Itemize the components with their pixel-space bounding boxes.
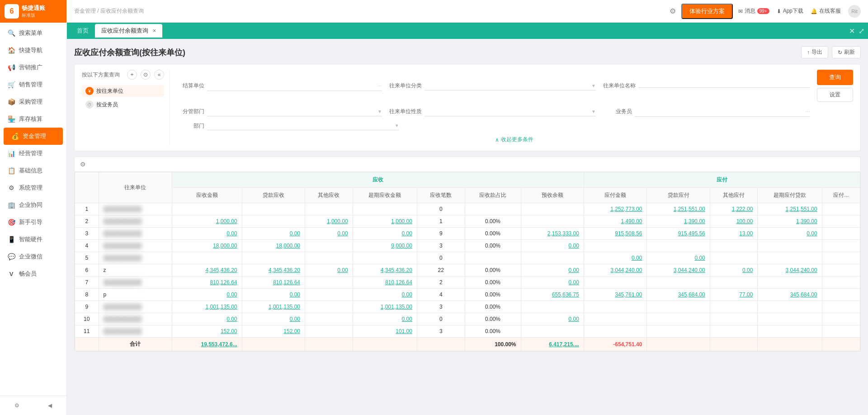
row-ar-advance[interactable]: 0.00 [521, 313, 584, 325]
add-scheme-icon[interactable]: + [127, 70, 137, 80]
online-service-action[interactable]: 🔔 在线客服 [811, 7, 841, 15]
sidebar-item-finance[interactable]: 💰 资金管理 [4, 128, 63, 145]
row-ar-overdue[interactable]: 0.00 [353, 228, 417, 240]
sidebar-item-basic-info[interactable]: 📋 基础信息 [0, 162, 66, 179]
row-ar-loan[interactable]: 4,345,436.20 [242, 264, 305, 277]
promo-button[interactable]: 体验行业方案 [681, 4, 733, 19]
row-ar-ratio[interactable]: 0.00% [465, 240, 521, 252]
row-ar-advance[interactable]: 0.00 [521, 264, 584, 277]
sidebar-item-wechat[interactable]: 💬 企业微信 [0, 248, 66, 265]
tab-ar-ap-query[interactable]: 应收应付余额查询 × [95, 24, 162, 38]
row-ar-overdue[interactable]: 810,126.64 [353, 277, 417, 289]
row-ar-amount[interactable]: 1,000.00 [172, 215, 242, 228]
row-ap-amount[interactable]: 3,044,240.00 [584, 264, 646, 277]
row-ap-overdue[interactable]: 0.00 [758, 228, 822, 240]
row-ap-other[interactable]: 13.00 [710, 228, 758, 240]
row-ar-other[interactable]: 0.00 [305, 228, 353, 240]
refresh-button[interactable]: ↻ 刷新 [832, 46, 861, 58]
row-ar-other[interactable]: 0.00 [305, 264, 353, 277]
row-ar-overdue[interactable]: 4,345,436.20 [353, 264, 417, 277]
row-ap-overdue[interactable]: 1,251,551.00 [758, 203, 822, 215]
row-ar-count[interactable]: 4 [417, 289, 465, 301]
row-ar-ratio[interactable]: 0.00% [465, 215, 521, 228]
row-ap-loan[interactable]: 345,684.00 [647, 289, 710, 301]
sidebar-item-purchase[interactable]: 📦 采购管理 [0, 93, 66, 110]
row-ar-ratio[interactable]: 0.00% [465, 301, 521, 313]
row-ap-amount[interactable]: 345,761.00 [584, 289, 646, 301]
total-ar-amount[interactable]: 19,553,472,6... [172, 338, 242, 351]
row-ar-loan[interactable]: 0.00 [242, 289, 305, 301]
field-dept-input[interactable]: ▼ [207, 121, 399, 130]
sidebar-settings-btn[interactable]: ⚙ [9, 400, 25, 411]
setting-button[interactable]: 设置 [817, 88, 853, 102]
sidebar-item-member[interactable]: V 畅会员 [0, 265, 66, 282]
row-ar-count[interactable]: 3 [417, 240, 465, 252]
sidebar-item-quick-nav[interactable]: 🏠 快捷导航 [0, 42, 66, 59]
collapse-more-btn[interactable]: ∧ 收起更多条件 [175, 134, 853, 145]
row-ar-loan[interactable]: 152.00 [242, 325, 305, 338]
row-ar-loan[interactable]: 0.00 [242, 313, 305, 325]
row-ar-overdue[interactable]: 0.00 [353, 313, 417, 325]
total-ar-advance[interactable]: 6,417,215.... [521, 338, 584, 351]
row-ar-count[interactable]: 0 [417, 313, 465, 325]
row-ar-ratio[interactable]: 0.00% [465, 277, 521, 289]
scheme-by-salesman[interactable]: ⏱ 按业务员 [82, 99, 164, 110]
row-ar-ratio[interactable]: 0.00% [465, 313, 521, 325]
row-ar-loan[interactable]: 1,001,135.00 [242, 301, 305, 313]
row-ap-loan[interactable]: 0.00 [647, 252, 710, 264]
scheme-collapse-icon[interactable]: « [154, 70, 164, 80]
field-partner-nature-input[interactable]: ▼ [425, 107, 596, 116]
sidebar-item-sys-mgmt[interactable]: ⚙ 系统管理 [0, 179, 66, 196]
sidebar-item-enterprise[interactable]: 🏢 企业协同 [0, 196, 66, 214]
row-ar-ratio[interactable]: 0.00% [465, 325, 521, 338]
row-ar-advance[interactable]: 0.00 [521, 240, 584, 252]
row-ap-other[interactable]: 1,222.00 [710, 203, 758, 215]
row-ar-amount[interactable]: 18,000.00 [172, 240, 242, 252]
row-ap-amount[interactable]: 1,252,773.00 [584, 203, 646, 215]
settings-icon[interactable]: ⚙ [670, 7, 676, 15]
row-ap-loan[interactable]: 3,044,240.00 [647, 264, 710, 277]
sidebar-item-guide[interactable]: 🎯 新手引导 [0, 214, 66, 231]
row-ar-amount[interactable]: 810,126.64 [172, 277, 242, 289]
row-ar-amount[interactable]: 4,345,436.20 [172, 264, 242, 277]
row-ar-advance[interactable]: 655,636.75 [521, 289, 584, 301]
row-ar-overdue[interactable]: 0.00 [353, 289, 417, 301]
row-ap-amount[interactable]: 915,508.56 [584, 228, 646, 240]
row-ar-amount[interactable]: 0.00 [172, 289, 242, 301]
row-ap-amount[interactable]: 0.00 [584, 252, 646, 264]
row-ap-loan[interactable]: 1,390.00 [647, 215, 710, 228]
row-ar-overdue[interactable]: 1,000.00 [353, 215, 417, 228]
row-ar-amount[interactable]: 1,001,135.00 [172, 301, 242, 313]
scheme-settings-icon[interactable]: ⊙ [141, 70, 151, 80]
row-ar-count[interactable]: 1 [417, 215, 465, 228]
app-download-action[interactable]: ⬇ App下载 [777, 7, 803, 15]
row-ar-loan[interactable]: 0.00 [242, 228, 305, 240]
row-ar-count[interactable]: 0 [417, 203, 465, 215]
field-dept-mgmt-input[interactable]: ▼ [207, 107, 382, 116]
table-gear-icon[interactable]: ⚙ [80, 161, 86, 168]
sidebar-item-smart-hw[interactable]: 📱 智能硬件 [0, 231, 66, 248]
row-ap-overdue[interactable]: 345,684.00 [758, 289, 822, 301]
row-ap-other[interactable]: 0.00 [710, 264, 758, 277]
tab-home[interactable]: 首页 [71, 24, 95, 38]
row-ap-amount[interactable]: 1,490.00 [584, 215, 646, 228]
row-ar-ratio[interactable]: 0.00% [465, 289, 521, 301]
sidebar-collapse-btn[interactable]: ◀ [42, 400, 57, 411]
row-ap-other[interactable]: 77.00 [710, 289, 758, 301]
row-ar-count[interactable]: 3 [417, 301, 465, 313]
row-ar-overdue[interactable]: 9,000.00 [353, 240, 417, 252]
row-ap-loan[interactable]: 915,495.56 [647, 228, 710, 240]
row-ar-loan[interactable]: 810,126.64 [242, 277, 305, 289]
close-window-icon[interactable]: ✕ [849, 27, 855, 35]
sidebar-item-sales[interactable]: 🛒 销售管理 [0, 76, 66, 93]
scheme-by-partner[interactable]: ¥ 按往来单位 [82, 85, 164, 97]
sidebar-item-marketing[interactable]: 📢 营销推广 [0, 59, 66, 76]
row-ar-ratio[interactable]: 0.00% [465, 228, 521, 240]
total-ap-amount[interactable]: -654,751.40 [584, 338, 646, 351]
row-ar-amount[interactable]: 0.00 [172, 228, 242, 240]
row-ar-overdue[interactable]: 101.00 [353, 325, 417, 338]
row-ar-advance[interactable]: 0.00 [521, 277, 584, 289]
row-ar-count[interactable]: 2 [417, 277, 465, 289]
message-action[interactable]: ✉ 消息 99+ [738, 7, 769, 15]
row-ar-count[interactable]: 22 [417, 264, 465, 277]
